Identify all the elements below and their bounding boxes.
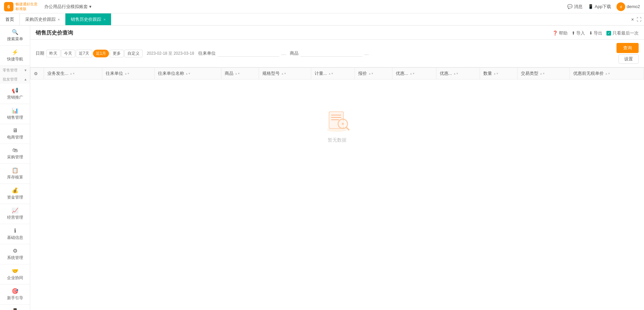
date-btn-yesterday[interactable]: 昨天 [46,50,60,57]
th-trade-type[interactable]: 交易类型▲▼ [518,68,570,80]
system-mgmt-icon: ⚙ [13,248,17,254]
logo-area: 6 畅捷通好生意 标准版 [4,2,38,11]
help-btn[interactable]: ❓ 帮助 [552,30,568,36]
empty-text: 暂无数据 [328,137,346,143]
th-biz-date[interactable]: 业务发生...▲▼ [44,68,102,80]
query-button[interactable]: 查询 [616,43,639,53]
logo-char: 6 [7,4,10,9]
date-range-display: 2023-02-18 至 2023-03-18 [147,51,194,56]
tab-purchase-history-label: 采购历史价跟踪 [25,16,56,22]
purchase-mgmt-icon: 🛍 [12,147,18,153]
sidebar-item-quick-nav[interactable]: ⚡ 快捷导航 [0,46,30,66]
customer-input[interactable] [218,50,279,57]
sidebar-item-basic-info-label: 基础信息 [7,235,23,241]
app-download-label: App下载 [595,4,611,10]
tab-home[interactable]: 首页 [0,13,20,25]
message-btn[interactable]: 💬 消息 [567,4,583,10]
app-download-btn[interactable]: 📱 App下载 [588,4,611,10]
product-filter-group: 商品 ... [290,50,369,57]
sidebar-item-ecommerce-mgmt-label: 电商管理 [7,135,23,140]
sidebar-item-basic-info[interactable]: ℹ 基础信息 [0,224,30,244]
th-product[interactable]: 商品▲▼ [221,68,259,80]
th-pre-tax-price[interactable]: 优惠前无税单价▲▼ [570,68,644,80]
sort-arrows-unit: ▲▼ [328,72,334,75]
export-btn[interactable]: ⬇ 导出 [589,30,602,36]
sidebar-item-inventory[interactable]: 📋 库存核算 [0,164,30,184]
sidebar-item-marketing[interactable]: 📢 营销推广 [0,84,30,104]
topbar-left: 6 畅捷通好生意 标准版 办公用品行业模拟账套 ▾ [4,2,92,11]
app-selector-arrow: ▾ [89,4,92,9]
user-name: demo2 [627,4,640,9]
sidebar-item-app-center[interactable]: 📱 应用中心 [0,305,30,310]
tab-home-label: 首页 [5,16,14,22]
product-input[interactable] [301,50,362,57]
table-settings-icon[interactable]: ⚙ [34,71,38,76]
table-container: ⚙ 业务发生...▲▼ 往来单位▲▼ 往来单位名称▲▼ 商品▲▼ [30,67,644,310]
close-all-tabs-btn[interactable]: × [631,17,634,22]
sidebar-item-inventory-label: 库存核算 [7,174,23,180]
date-btn-last1month[interactable]: 近1月 [93,50,109,57]
th-quote[interactable]: 报价▲▼ [355,68,392,80]
tab-purchase-history[interactable]: 采购历史价跟踪 × [20,13,65,25]
filter-right-buttons: 查询 设置 [616,43,639,64]
sort-arrows-trade-type: ▲▼ [540,72,545,75]
sidebar-item-search-menu[interactable]: 🔍 搜索菜单 [0,25,30,46]
th-quantity[interactable]: 数量▲▼ [480,68,517,80]
user-area[interactable]: d demo2 [616,2,640,11]
checkbox-checked-icon: ✓ [606,31,611,36]
settings-button[interactable]: 设置 [619,54,639,64]
sidebar-item-operations-mgmt[interactable]: 📈 经营管理 [0,204,30,224]
sidebar-item-finance-mgmt[interactable]: 💰 资金管理 [0,184,30,204]
table-header: ⚙ 业务发生...▲▼ 往来单位▲▼ 往来单位名称▲▼ 商品▲▼ [31,68,644,80]
date-btn-more[interactable]: 更多 [110,50,124,57]
only-last-label: 只看最后一次 [612,30,639,36]
sidebar-item-retail-mgmt[interactable]: 零售管理 ▼ [0,66,30,75]
sidebar-item-marketing-label: 营销推广 [7,95,23,100]
data-table: ⚙ 业务发生...▲▼ 往来单位▲▼ 往来单位名称▲▼ 商品▲▼ [30,67,644,80]
date-btn-last7days[interactable]: 近7天 [76,50,92,57]
customer-dots-btn[interactable]: ... [281,50,286,56]
tab-purchase-history-close[interactable]: × [58,17,60,21]
finance-mgmt-icon: 💰 [12,187,18,194]
avatar: d [616,2,625,11]
th-discount1[interactable]: 优惠...▲▼ [392,68,436,80]
product-dots-btn[interactable]: ... [364,50,369,56]
th-discount2[interactable]: 优惠...▲▼ [436,68,480,80]
date-label: 日期 [36,50,44,56]
date-btn-today[interactable]: 今天 [61,50,75,57]
topbar-right: 💬 消息 📱 App下载 d demo2 [567,2,640,11]
product-label: 商品 [290,50,299,56]
sort-arrows-spec: ▲▼ [281,72,286,75]
quick-nav-icon: ⚡ [12,49,18,55]
import-label: 导入 [576,30,585,36]
main-layout: 🔍 搜索菜单 ⚡ 快捷导航 零售管理 ▼ 批发管理 ▲ 📢 营销推广 📊 销售管… [0,25,644,310]
sidebar-item-sales-mgmt[interactable]: 📊 销售管理 [0,104,30,124]
th-spec[interactable]: 规格型号▲▼ [259,68,311,80]
tab-sales-history-close[interactable]: × [103,17,105,21]
sidebar-item-purchase-mgmt-label: 采购管理 [7,154,23,160]
topbar: 6 畅捷通好生意 标准版 办公用品行业模拟账套 ▾ 💬 消息 📱 App下载 d… [0,0,644,13]
app-selector[interactable]: 办公用品行业模拟账套 ▾ [44,4,92,10]
filter-bar: 日期 昨天 今天 近7天 近1月 更多 自定义 2023-02-18 至 202… [30,40,644,67]
only-last-checkbox[interactable]: ✓ 只看最后一次 [606,30,639,36]
sidebar-item-enterprise-collab[interactable]: 🤝 企业协同 [0,264,30,285]
date-btn-custom[interactable]: 自定义 [124,50,143,57]
page-title: 销售历史价查询 [36,30,73,37]
th-customer-name[interactable]: 往来单位名称▲▼ [154,68,221,80]
sort-arrows-product: ▲▼ [235,72,240,75]
sidebar-item-ecommerce-mgmt[interactable]: 🖥 电商管理 [0,124,30,144]
sidebar-item-system-mgmt[interactable]: ⚙ 系统管理 [0,244,30,264]
enterprise-collab-icon: 🤝 [12,268,18,274]
th-unit[interactable]: 计量...▲▼ [311,68,355,80]
sidebar-item-new-guide-label: 新手引导 [7,295,23,301]
tab-sales-history[interactable]: 销售历史价跟踪 × [65,13,111,25]
operations-mgmt-icon: 📈 [12,207,18,214]
import-btn[interactable]: ⬆ 导入 [572,30,585,36]
th-customer-code[interactable]: 往来单位▲▼ [102,68,154,80]
fullscreen-btn[interactable]: ⛶ [637,17,641,22]
empty-illustration [322,106,352,133]
sidebar-item-wholesale-mgmt[interactable]: 批发管理 ▲ [0,75,30,84]
sidebar-item-new-guide[interactable]: 🎯 新手引导 [0,285,30,305]
tab-sales-history-label: 销售历史价跟踪 [71,16,101,22]
sidebar-item-purchase-mgmt[interactable]: 🛍 采购管理 [0,144,30,164]
